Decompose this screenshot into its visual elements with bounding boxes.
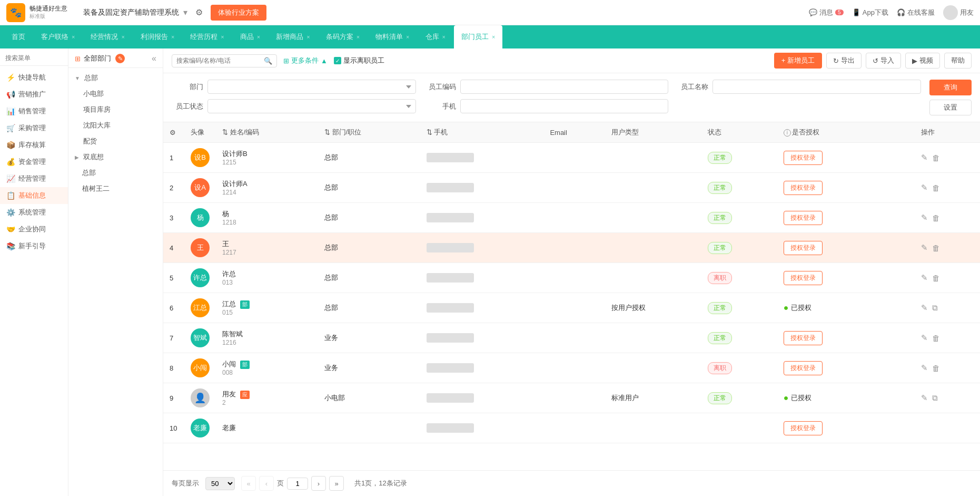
delete-icon[interactable]: 🗑	[932, 153, 940, 162]
edit-icon[interactable]: ✎	[921, 183, 928, 192]
edit-icon[interactable]: ✎	[921, 153, 928, 162]
trial-button[interactable]: 体验行业方案	[211, 5, 266, 21]
query-button[interactable]: 查询	[929, 80, 972, 95]
auth-button[interactable]: 授权登录	[784, 211, 823, 225]
tab-bom-close[interactable]: ×	[406, 34, 409, 40]
next-page-button[interactable]: ›	[311, 476, 326, 491]
tab-history[interactable]: 经营历程×	[183, 25, 231, 48]
edit-icon[interactable]: ✎	[921, 243, 928, 252]
edit-icon[interactable]: ✎	[921, 273, 928, 283]
page-input[interactable]	[287, 478, 308, 490]
delete-icon[interactable]: 🗑	[932, 334, 940, 343]
tab-goods-close[interactable]: ×	[257, 34, 260, 40]
dept-node-peihuo[interactable]: 配货	[68, 133, 163, 149]
dept-collapse-icon[interactable]: «	[152, 54, 156, 63]
app-download-button[interactable]: 📱 App下载	[852, 8, 888, 17]
export-button[interactable]: ↻ 导出	[826, 53, 862, 69]
tab-barcode-close[interactable]: ×	[357, 34, 360, 40]
tab-dept[interactable]: 部门员工×	[454, 25, 502, 48]
show-resigned-toggle[interactable]: ✓ 显示离职员工	[334, 56, 384, 65]
tab-history-close[interactable]: ×	[221, 34, 224, 40]
edit-icon[interactable]: ✎	[921, 393, 928, 403]
sidebar-item-finance[interactable]: 💰 资金管理	[0, 153, 68, 170]
first-page-button[interactable]: «	[241, 476, 256, 491]
sidebar-search-input[interactable]	[5, 54, 68, 62]
sidebar-item-system[interactable]: ⚙️ 系统管理	[0, 204, 68, 221]
tab-customer[interactable]: 客户联络×	[34, 25, 82, 48]
dept-node-zongbu2[interactable]: 总部	[68, 165, 163, 181]
sidebar-item-marketing[interactable]: 📢 营销推广	[0, 86, 68, 103]
sidebar-item-collab[interactable]: 🤝 企业协同	[0, 221, 68, 238]
prev-page-button[interactable]: ‹	[259, 476, 274, 491]
sort-icon[interactable]: ⇅	[222, 128, 228, 136]
sidebar-item-quicknav[interactable]: ⚡ 快捷导航	[0, 69, 68, 86]
delete-icon[interactable]: 🗑	[932, 364, 940, 373]
auth-button[interactable]: 授权登录	[784, 361, 823, 375]
dept-node-shuangdi[interactable]: ▶ 双底想	[68, 149, 163, 165]
dept-node-zhishu[interactable]: 植树王二	[68, 181, 163, 197]
auth-button[interactable]: 授权登录	[784, 271, 823, 285]
tab-profit[interactable]: 利润报告×	[133, 25, 182, 48]
auth-button[interactable]: 授权登录	[784, 241, 823, 255]
copy-icon[interactable]: ⧉	[932, 393, 938, 403]
tab-customer-close[interactable]: ×	[72, 34, 75, 40]
tab-bom[interactable]: 物料清单×	[368, 25, 417, 48]
sidebar-item-purchase[interactable]: 🛒 采购管理	[0, 120, 68, 137]
edit-icon[interactable]: ✎	[921, 213, 928, 222]
col-settings-icon[interactable]: ⚙	[170, 129, 176, 137]
emp-name-input[interactable]	[712, 80, 921, 94]
tab-dept-close[interactable]: ×	[492, 34, 495, 40]
user-area[interactable]: 用友	[943, 5, 974, 20]
tab-warehouse-close[interactable]: ×	[442, 34, 446, 40]
auth-button[interactable]: 授权登录	[784, 181, 823, 195]
tab-profit-close[interactable]: ×	[171, 34, 174, 40]
dept-node-zongbu-root[interactable]: ▼ 总部	[68, 70, 163, 86]
auth-button[interactable]: 授权登录	[784, 151, 823, 165]
dropdown-arrow-icon[interactable]: ▾	[183, 7, 187, 17]
emp-status-select[interactable]	[207, 99, 416, 113]
tab-warehouse[interactable]: 仓库×	[418, 25, 453, 48]
copy-icon[interactable]: ⧉	[932, 303, 938, 313]
emp-code-input[interactable]	[460, 80, 669, 94]
auth-button[interactable]: 授权登录	[784, 331, 823, 345]
dept-node-xiaodian[interactable]: 小电部	[68, 86, 163, 102]
sidebar-item-inventory[interactable]: 📦 库存核算	[0, 137, 68, 153]
sidebar-item-basic[interactable]: 📋 基础信息	[0, 187, 68, 204]
search-input[interactable]	[176, 57, 262, 64]
edit-icon[interactable]: ✎	[921, 363, 928, 373]
dept-edit-icon[interactable]: ✎	[115, 54, 125, 63]
last-page-button[interactable]: »	[329, 476, 344, 491]
dept-node-xiangmu[interactable]: 项目库房	[68, 102, 163, 118]
delete-icon[interactable]: 🗑	[932, 274, 940, 283]
view-button[interactable]: ▶ 视频	[905, 53, 940, 69]
add-employee-button[interactable]: + 新增员工	[774, 53, 822, 69]
help-button[interactable]: 帮助	[944, 53, 972, 69]
phone-sort-icon[interactable]: ⇅	[427, 128, 432, 136]
tab-home[interactable]: 首页	[4, 25, 33, 48]
messages-button[interactable]: 💬 消息 5	[809, 8, 844, 17]
import-button[interactable]: ↺ 导入	[866, 53, 901, 69]
delete-icon[interactable]: 🗑	[932, 213, 940, 222]
sidebar-item-business-mgmt[interactable]: 📈 经营管理	[0, 170, 68, 187]
setting-button[interactable]: 设置	[929, 100, 972, 115]
sidebar-item-sales[interactable]: 📊 销售管理	[0, 103, 68, 120]
tab-new-goods-close[interactable]: ×	[306, 34, 310, 40]
online-service-button[interactable]: 🎧 在线客服	[897, 8, 935, 17]
page-size-select[interactable]: 50 20 100	[205, 477, 235, 490]
dept-node-shenyang[interactable]: 沈阳大库	[68, 118, 163, 133]
tab-barcode[interactable]: 条码方案×	[319, 25, 367, 48]
dept-sort-icon[interactable]: ⇅	[324, 128, 330, 136]
dept-select[interactable]	[207, 80, 416, 94]
delete-icon[interactable]: 🗑	[932, 244, 940, 252]
auth-button[interactable]: 授权登录	[784, 421, 823, 435]
sidebar-item-guide[interactable]: 📚 新手引导	[0, 238, 68, 255]
delete-icon[interactable]: 🗑	[932, 183, 940, 192]
settings-icon[interactable]: ⚙	[192, 5, 206, 20]
tab-goods[interactable]: 商品×	[233, 25, 268, 48]
tab-business[interactable]: 经营情况×	[83, 25, 132, 48]
tab-new-goods[interactable]: 新增商品×	[269, 25, 317, 48]
edit-icon[interactable]: ✎	[921, 333, 928, 343]
tab-business-close[interactable]: ×	[121, 34, 124, 40]
phone-input[interactable]	[460, 99, 669, 113]
edit-icon[interactable]: ✎	[921, 303, 928, 313]
